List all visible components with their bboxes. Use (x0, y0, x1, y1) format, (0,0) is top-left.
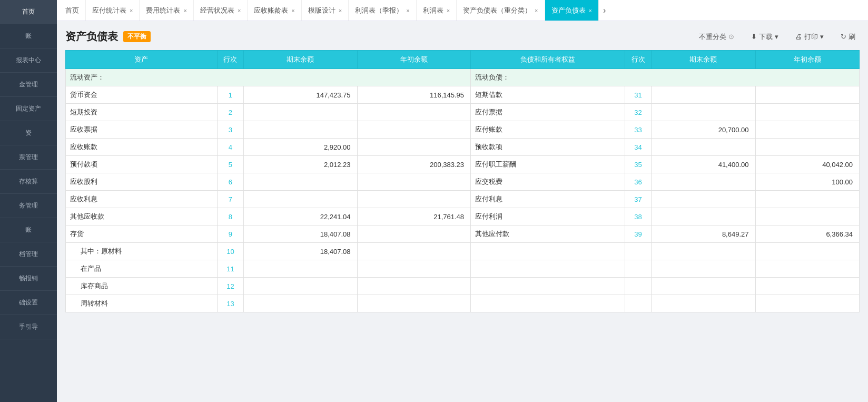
sidebar-item-home[interactable]: 首页 (0, 0, 57, 24)
period-end2-value[interactable] (652, 86, 755, 104)
sidebar-item-archive[interactable]: 档管理 (0, 242, 57, 267)
asset-name[interactable]: 预付款项 (66, 156, 218, 173)
year-start-value[interactable] (357, 243, 471, 260)
unclassified-button[interactable]: 不重分类 ⊙ (695, 30, 738, 44)
year-start-value[interactable] (357, 139, 471, 156)
year-start2-value[interactable] (755, 295, 860, 312)
year-start2-value[interactable] (755, 260, 860, 278)
sidebar-item-basic-settings[interactable]: 础设置 (0, 291, 57, 315)
liability-name[interactable]: 应付利息 (471, 191, 625, 208)
period-end-value[interactable]: 147,423.75 (243, 86, 357, 104)
year-start2-value[interactable] (755, 191, 860, 208)
liability-name[interactable]: 应付票据 (471, 104, 625, 121)
liability-name[interactable] (471, 243, 625, 260)
download-button[interactable]: ⬇ 下载 ▾ (747, 30, 783, 44)
sidebar-item-account[interactable]: 账 (0, 24, 57, 48)
close-icon[interactable]: × (238, 7, 241, 14)
sidebar-item-guide[interactable]: 手引导 (0, 315, 57, 339)
liability-name[interactable]: 应付职工薪酬 (471, 156, 625, 173)
sidebar-item-ledger[interactable]: 账 (0, 218, 57, 242)
period-end-value[interactable]: 2,920.00 (243, 139, 357, 156)
tab-receivable-aging[interactable]: 应收账龄表 × (248, 0, 301, 21)
help-icon[interactable]: ⊙ (728, 33, 734, 41)
year-start-value[interactable] (357, 191, 471, 208)
period-end2-value[interactable] (652, 173, 755, 191)
year-start2-value[interactable]: 6,366.34 (755, 225, 860, 243)
year-start2-value[interactable] (755, 243, 860, 260)
sidebar-item-fixed-assets[interactable]: 固定资产 (0, 97, 57, 121)
sidebar-item-capital[interactable]: 资 (0, 121, 57, 145)
period-end-value[interactable]: 2,012.23 (243, 156, 357, 173)
period-end2-value[interactable] (652, 139, 755, 156)
year-start2-value[interactable]: 40,042.00 (755, 156, 860, 173)
tab-template-design[interactable]: 模版设计 × (302, 0, 349, 21)
period-end2-value[interactable]: 8,649.27 (652, 225, 755, 243)
tab-profit[interactable]: 利润表 × (417, 0, 457, 21)
year-start2-value[interactable] (755, 139, 860, 156)
period-end2-value[interactable] (652, 243, 755, 260)
tab-payable-stats[interactable]: 应付统计表 × (86, 0, 140, 21)
liability-name[interactable] (471, 260, 625, 278)
period-end-value[interactable] (243, 121, 357, 139)
period-end2-value[interactable] (652, 208, 755, 225)
period-end-value[interactable] (243, 278, 357, 295)
year-start-value[interactable]: 116,145.95 (357, 86, 471, 104)
sidebar-item-ticket-management[interactable]: 票管理 (0, 145, 57, 170)
period-end2-value[interactable]: 20,700.00 (652, 121, 755, 139)
sidebar-item-expense[interactable]: 畅报销 (0, 267, 57, 291)
year-start2-value[interactable] (755, 121, 860, 139)
asset-name[interactable]: 短期投资 (66, 104, 218, 121)
year-start-value[interactable] (357, 295, 471, 312)
period-end-value[interactable] (243, 104, 357, 121)
period-end2-value[interactable] (652, 295, 755, 312)
year-start2-value[interactable]: 100.00 (755, 173, 860, 191)
asset-name[interactable]: 周转材料 (66, 295, 218, 312)
period-end-value[interactable]: 18,407.08 (243, 243, 357, 260)
asset-name[interactable]: 其他应收款 (66, 208, 218, 225)
liability-name[interactable]: 应付利润 (471, 208, 625, 225)
sidebar-item-fund-management[interactable]: 金管理 (0, 73, 57, 97)
liability-name[interactable]: 短期借款 (471, 86, 625, 104)
period-end2-value[interactable] (652, 104, 755, 121)
tab-expense-stats[interactable]: 费用统计表 × (140, 0, 193, 21)
tab-balance-sheet[interactable]: 资产负债表 × (545, 0, 599, 21)
asset-name[interactable]: 货币资金 (66, 86, 218, 104)
year-start-value[interactable] (357, 173, 471, 191)
year-start-value[interactable] (357, 278, 471, 295)
asset-name[interactable]: 应收票据 (66, 121, 218, 139)
period-end2-value[interactable] (652, 260, 755, 278)
liability-name[interactable]: 预收款项 (471, 139, 625, 156)
year-start2-value[interactable] (755, 86, 860, 104)
sidebar-item-affairs[interactable]: 务管理 (0, 194, 57, 218)
close-icon[interactable]: × (130, 7, 133, 14)
year-start-value[interactable] (357, 225, 471, 243)
asset-name[interactable]: 应收利息 (66, 191, 218, 208)
period-end-value[interactable] (243, 173, 357, 191)
tab-more-button[interactable]: › (599, 6, 610, 15)
tab-balance-reclassified[interactable]: 资产负债表（重分类） × (457, 0, 545, 21)
year-start-value[interactable]: 21,761.48 (357, 208, 471, 225)
year-start2-value[interactable] (755, 278, 860, 295)
year-start-value[interactable]: 200,383.23 (357, 156, 471, 173)
year-start2-value[interactable] (755, 104, 860, 121)
sidebar-item-inventory[interactable]: 存核算 (0, 170, 57, 194)
period-end-value[interactable]: 18,407.08 (243, 225, 357, 243)
close-icon[interactable]: × (291, 7, 294, 14)
asset-name[interactable]: 在产品 (66, 260, 218, 278)
asset-name[interactable]: 其中：原材料 (66, 243, 218, 260)
close-icon[interactable]: × (339, 7, 342, 14)
asset-name[interactable]: 存货 (66, 225, 218, 243)
period-end-value[interactable] (243, 295, 357, 312)
year-start-value[interactable] (357, 104, 471, 121)
refresh-button[interactable]: ↻ 刷 (836, 30, 860, 44)
period-end-value[interactable]: 22,241.04 (243, 208, 357, 225)
close-icon[interactable]: × (447, 7, 450, 14)
asset-name[interactable]: 应收账款 (66, 139, 218, 156)
close-icon[interactable]: × (183, 7, 186, 14)
year-start2-value[interactable] (755, 208, 860, 225)
close-icon[interactable]: × (406, 7, 409, 14)
liability-name[interactable]: 应交税费 (471, 173, 625, 191)
period-end-value[interactable] (243, 260, 357, 278)
close-icon[interactable]: × (535, 7, 538, 14)
year-start-value[interactable] (357, 121, 471, 139)
